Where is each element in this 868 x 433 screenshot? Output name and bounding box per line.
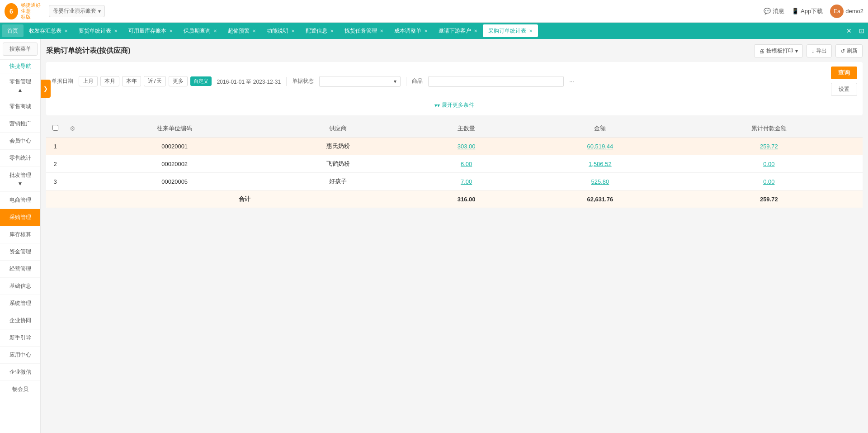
sidebar-item-retail-stats[interactable]: 零售统计 (0, 150, 40, 167)
tab-goods-stats[interactable]: 要货单统计表 ✕ (73, 24, 123, 37)
tab-function-desc-label: 功能说明 (267, 27, 288, 35)
expand-more-btn[interactable]: ▾▾ 展开更多条件 (431, 100, 478, 111)
sidebar-item-ecommerce[interactable]: 电商管理 (0, 192, 40, 209)
tab-inventory-ledger[interactable]: 可用量库存账本 ✕ (123, 24, 178, 37)
operation-label: 经营管理 (9, 265, 31, 273)
tab-invite-downstream-close[interactable]: ✕ (474, 29, 477, 33)
tab-function-desc[interactable]: 功能说明 ✕ (261, 24, 300, 37)
filter-toggle-btn[interactable]: ❯ (41, 80, 51, 98)
sidebar-item-app-center[interactable]: 应用中心 (0, 347, 40, 364)
sidebar-item-vip[interactable]: 畅会员 (0, 381, 40, 398)
message-label: 消息 (773, 7, 784, 15)
sidebar-item-retail-mall[interactable]: 零售商城 (0, 98, 40, 115)
sidebar-item-basic[interactable]: 基础信息 (0, 278, 40, 295)
quick-nav-button[interactable]: 快捷导航 (0, 60, 40, 73)
app-icon: 📱 (792, 8, 799, 14)
row1-supplier-code: 00020001 (81, 138, 268, 155)
sidebar-item-retail-mgmt[interactable]: 零售管理 ▲ (0, 73, 40, 98)
row1-main-qty: 303.00 (408, 138, 525, 155)
row1-amount-link[interactable]: 60,519.44 (587, 143, 613, 150)
tab-function-desc-close[interactable]: ✕ (291, 29, 295, 33)
row3-paid-link[interactable]: 0.00 (763, 178, 774, 185)
query-button[interactable]: 查询 (831, 67, 857, 79)
nav-close-btn[interactable]: ✕ (844, 26, 854, 35)
inventory-label: 库存核算 (9, 231, 31, 238)
sidebar-item-purchase[interactable]: 采购管理 (0, 209, 40, 226)
sidebar-item-marketing[interactable]: 营销推广 (0, 115, 40, 133)
tab-config-info-label: 配置信息 (306, 27, 327, 35)
settings-button[interactable]: 设置 (831, 83, 857, 96)
tab-config-info[interactable]: 配置信息 ✕ (300, 24, 339, 37)
tab-receive-summary-close[interactable]: ✕ (64, 29, 68, 33)
sidebar-item-system[interactable]: 系统管理 (0, 295, 40, 312)
tab-invite-downstream[interactable]: 邀请下游客户 ✕ (433, 24, 483, 37)
refresh-icon: ↺ (840, 48, 845, 54)
sidebar-item-operation[interactable]: 经营管理 (0, 261, 40, 278)
tab-receive-summary[interactable]: 收发存汇总表 ✕ (24, 24, 73, 37)
table-settings-icon[interactable]: ⚙ (70, 125, 75, 132)
row3-amount-link[interactable]: 525.80 (591, 178, 609, 185)
sidebar-item-inventory[interactable]: 库存核算 (0, 226, 40, 243)
search-menu-button[interactable]: 搜索菜单 (3, 43, 38, 56)
tab-overstock-label: 超储预警 (228, 27, 250, 35)
app-download-action[interactable]: 📱 App下载 (792, 7, 823, 15)
status-select[interactable]: ▾ (319, 76, 401, 87)
row2-main-qty-link[interactable]: 6.00 (461, 161, 472, 167)
tab-cost-adjust-label: 成本调整单 (394, 27, 421, 35)
print-button[interactable]: 🖨 按模板打印 ▾ (754, 44, 803, 57)
shortcut-custom[interactable]: 自定义 (190, 76, 212, 86)
system-label: 系统管理 (9, 300, 31, 307)
user-action[interactable]: Ea demo2 (830, 5, 863, 18)
refresh-button[interactable]: ↺ 刷新 (835, 44, 863, 57)
tab-purchase-stats[interactable]: 采购订单统计表 ✕ (483, 24, 538, 37)
tab-purchase-stats-close[interactable]: ✕ (529, 29, 533, 33)
sidebar-item-wholesale[interactable]: 批发管理 ▼ (0, 167, 40, 192)
shortcut-this-month[interactable]: 本月 (100, 76, 119, 86)
tab-inventory-ledger-close[interactable]: ✕ (169, 29, 173, 33)
goods-input-more[interactable]: ··· (569, 78, 574, 85)
sidebar-item-enterprise-coop[interactable]: 企业协同 (0, 312, 40, 329)
filter-area: ❯ 单据日期 上月 本月 本年 近7天 更多 自定义 2016-01-01 至 … (46, 62, 863, 115)
tab-cost-adjust-close[interactable]: ✕ (424, 29, 428, 33)
table-wrapper: ⚙ 往来单位编码 供应商 主数量 金额 累计付款金额 1 (46, 120, 863, 208)
row1-paid-link[interactable]: 259.72 (760, 143, 778, 150)
row3-main-qty: 7.00 (408, 173, 525, 190)
avatar-text: Ea (834, 8, 840, 14)
shortcut-last-month[interactable]: 上月 (79, 76, 98, 86)
tab-expiry-query[interactable]: 保质期查询 ✕ (178, 24, 222, 37)
logo-line1: 畅捷通好生意 (21, 2, 45, 14)
sidebar-item-member[interactable]: 会员中心 (0, 133, 40, 150)
nav-maximize-btn[interactable]: ⊡ (857, 26, 866, 35)
row2-paid-link[interactable]: 0.00 (763, 161, 774, 167)
row2-amount-link[interactable]: 1,586.52 (589, 161, 612, 167)
col-settings: ⚙ (64, 120, 81, 138)
tab-pick-task-close[interactable]: ✕ (380, 29, 383, 33)
tab-pick-task[interactable]: 拣货任务管理 ✕ (339, 24, 389, 37)
tab-overstock-close[interactable]: ✕ (252, 29, 256, 33)
export-button[interactable]: ↓ 导出 (807, 44, 832, 57)
date-filter-label: 单据日期 (52, 77, 73, 85)
footer-empty1 (46, 190, 64, 208)
tab-expiry-query-close[interactable]: ✕ (213, 29, 217, 33)
sidebar-item-enterprise-wechat[interactable]: 企业微信 (0, 364, 40, 381)
tab-home[interactable]: 首页 (2, 24, 24, 37)
row1-main-qty-link[interactable]: 303.00 (458, 143, 476, 150)
tab-cost-adjust[interactable]: 成本调整单 ✕ (389, 24, 433, 37)
logo-line2: 标版 (21, 14, 45, 20)
shortcut-more[interactable]: 更多 (169, 76, 188, 86)
row1-paid: 259.72 (675, 138, 863, 155)
message-action[interactable]: 💬 消息 (764, 7, 784, 15)
row3-main-qty-link[interactable]: 7.00 (461, 178, 472, 185)
col-supplier-code: 往来单位编码 (81, 120, 268, 138)
goods-filter-label: 商品 (412, 77, 423, 85)
shortcut-this-year[interactable]: 本年 (122, 76, 141, 86)
select-all-checkbox[interactable] (52, 125, 58, 131)
workspace-selector[interactable]: 母婴行业演示账套 ▾ (49, 5, 105, 17)
tab-config-info-close[interactable]: ✕ (330, 29, 334, 33)
sidebar-item-new-guide[interactable]: 新手引导 (0, 329, 40, 347)
tab-overstock[interactable]: 超储预警 ✕ (222, 24, 261, 37)
goods-input[interactable] (428, 76, 564, 87)
sidebar-item-finance[interactable]: 资金管理 (0, 243, 40, 261)
tab-goods-stats-close[interactable]: ✕ (114, 29, 118, 33)
shortcut-7days[interactable]: 近7天 (144, 76, 166, 86)
